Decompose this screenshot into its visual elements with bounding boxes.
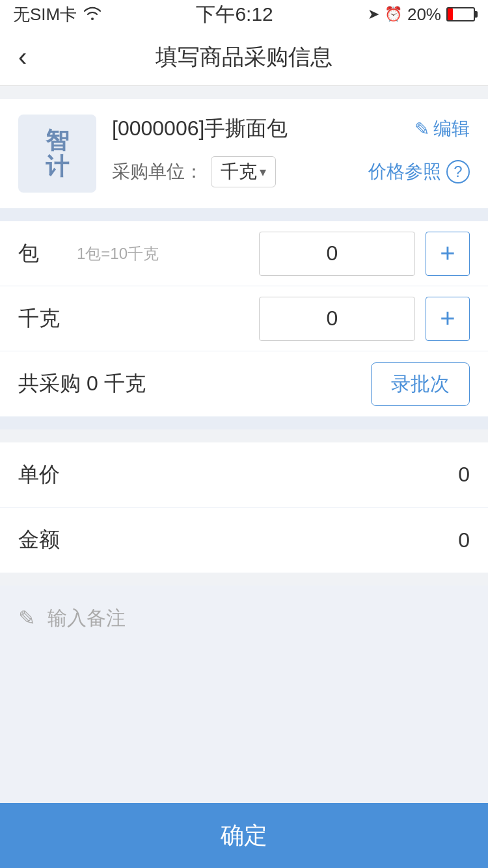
battery-percent: 20% xyxy=(407,5,441,25)
status-left: 无SIM卡 xyxy=(13,3,102,26)
unit-value: 千克 xyxy=(221,159,257,184)
unit-dropdown-arrow: ▾ xyxy=(260,164,266,180)
amount-value: 0 xyxy=(458,528,470,552)
bag-label: 包 xyxy=(18,239,70,268)
back-button[interactable]: ‹ xyxy=(18,42,27,72)
price-ref-label: 价格参照 xyxy=(368,159,441,184)
product-image: 智 计 xyxy=(18,115,96,193)
kg-quantity-input[interactable] xyxy=(259,297,415,341)
amount-row: 金额 0 xyxy=(0,508,488,573)
kg-quantity-row: 千克 + xyxy=(0,286,488,351)
gps-icon: ➤ xyxy=(368,6,379,23)
product-name-row: [0000006]手撕面包 ✎ 编辑 xyxy=(112,115,470,143)
battery-icon xyxy=(446,7,475,21)
summary-row: 共采购 0 千克 录批次 xyxy=(0,351,488,416)
edit-label: 编辑 xyxy=(433,116,470,141)
confirm-button-label: 确定 xyxy=(221,820,267,852)
nav-bar: ‹ 填写商品采购信息 xyxy=(0,29,488,86)
price-ref-help-icon: ? xyxy=(446,160,470,183)
unit-price-row: 单价 0 xyxy=(0,442,488,508)
product-name: [0000006]手撕面包 xyxy=(112,115,288,143)
alarm-icon: ⏰ xyxy=(385,6,402,23)
kg-label: 千克 xyxy=(18,305,70,333)
unit-price-label: 单价 xyxy=(18,461,60,489)
bag-input-controls: + xyxy=(259,232,470,276)
unit-selector[interactable]: 千克 ▾ xyxy=(211,156,276,187)
price-ref-button[interactable]: 价格参照 ? xyxy=(368,159,470,184)
remark-section[interactable]: ✎ 输入备注 xyxy=(0,586,488,651)
bag-quantity-input[interactable] xyxy=(259,232,415,276)
bag-plus-button[interactable]: + xyxy=(426,232,470,276)
carrier-text: 无SIM卡 xyxy=(13,3,77,26)
page-title: 填写商品采购信息 xyxy=(156,42,332,72)
wifi-icon xyxy=(83,5,102,25)
bag-sublabel: 1包=10千克 xyxy=(77,243,159,264)
summary-text: 共采购 0 千克 xyxy=(18,370,146,398)
kg-plus-button[interactable]: + xyxy=(426,297,470,341)
unit-price-value: 0 xyxy=(458,463,470,487)
section-divider-1 xyxy=(0,208,488,221)
unit-row: 采购单位： 千克 ▾ 价格参照 ? xyxy=(112,156,470,187)
status-right: ➤ ⏰ 20% xyxy=(368,5,475,25)
edit-button[interactable]: ✎ 编辑 xyxy=(414,116,470,141)
unit-label: 采购单位： xyxy=(112,159,203,184)
remark-input-placeholder: 输入备注 xyxy=(47,605,126,632)
quantity-input-section: 包 1包=10千克 + 千克 + xyxy=(0,221,488,351)
price-section: 单价 0 金额 0 xyxy=(0,442,488,573)
batch-button[interactable]: 录批次 xyxy=(371,362,470,406)
status-bar: 无SIM卡 下午6:12 ➤ ⏰ 20% xyxy=(0,0,488,29)
product-info: [0000006]手撕面包 ✎ 编辑 采购单位： 千克 ▾ 价格参照 ? xyxy=(112,115,470,187)
amount-label: 金额 xyxy=(18,526,60,554)
remark-icon: ✎ xyxy=(18,606,36,631)
kg-input-controls: + xyxy=(259,297,470,341)
status-time: 下午6:12 xyxy=(196,1,273,28)
product-logo: 智 计 xyxy=(46,128,69,179)
edit-icon: ✎ xyxy=(414,118,429,140)
confirm-bar[interactable]: 确定 xyxy=(0,803,488,868)
product-card: 智 计 [0000006]手撕面包 ✎ 编辑 采购单位： 千克 ▾ xyxy=(0,99,488,208)
section-divider-2 xyxy=(0,416,488,429)
bag-quantity-row: 包 1包=10千克 + xyxy=(0,221,488,286)
